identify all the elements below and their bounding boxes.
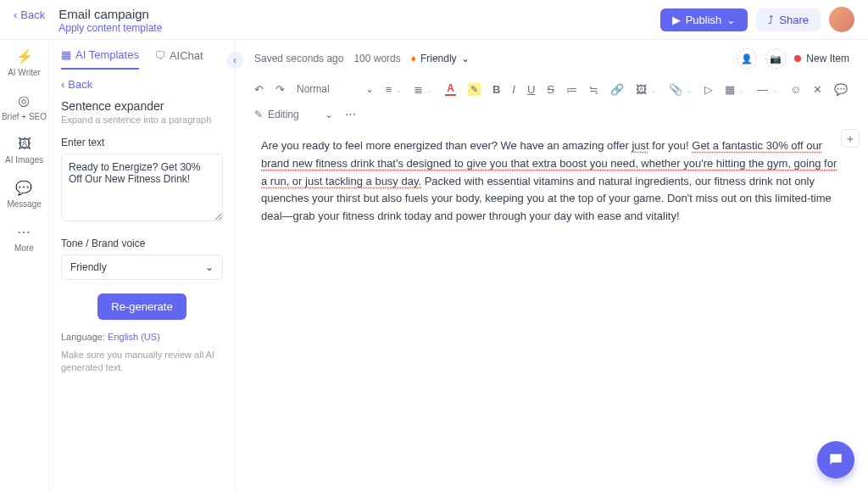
- regenerate-button[interactable]: Re-generate: [97, 294, 186, 320]
- rail-more[interactable]: ⋯ More: [14, 224, 34, 253]
- tab-ai-chat[interactable]: 🗨 AIChat: [154, 48, 203, 70]
- chevron-down-icon: ⌄: [365, 83, 374, 95]
- tab-ai-templates[interactable]: ▦ AI Templates: [61, 48, 139, 70]
- chevron-down-icon: ⌄: [325, 109, 333, 120]
- message-icon: 💬: [15, 180, 32, 196]
- chevron-down-icon: ⌄: [205, 261, 214, 273]
- bolt-icon: ⚡: [16, 48, 33, 64]
- tone-label: Tone / Brand voice: [61, 238, 223, 249]
- tone-value: Friendly: [70, 261, 107, 273]
- chevron-down-icon: ⌄: [726, 14, 736, 26]
- rail-label: Brief + SEO: [2, 112, 47, 121]
- language-prefix: Language:: [61, 332, 108, 342]
- help-chat-button[interactable]: [817, 441, 854, 478]
- emoji-button[interactable]: ☺: [790, 83, 801, 96]
- back-button[interactable]: ‹ Back: [14, 7, 45, 21]
- editor-content[interactable]: ＋ Are you ready to feel more energized t…: [236, 129, 868, 234]
- rail-label: AI Images: [5, 155, 43, 165]
- style-select[interactable]: Normal ⌄: [297, 83, 374, 95]
- word-count: 100 words: [353, 53, 400, 64]
- flame-icon: ♦: [411, 53, 416, 64]
- undo-button[interactable]: ↶: [254, 83, 264, 96]
- italic-button[interactable]: I: [512, 83, 515, 96]
- bulleted-list-button[interactable]: ≔: [566, 83, 577, 96]
- enter-text-label: Enter text: [61, 137, 223, 148]
- rail-ai-images[interactable]: 🖼 AI Images: [5, 137, 43, 165]
- panel-back-label: Back: [68, 78, 92, 91]
- underline-button[interactable]: U: [527, 83, 535, 96]
- numbered-list-button[interactable]: ≒: [589, 83, 598, 96]
- editor-toolbar: ↶ ↷ Normal ⌄ ≡⌄ ≣⌄ A ✎ B I U S ≔ ≒ 🔗 🖼⌄: [236, 77, 868, 129]
- chevron-down-icon: ⌄: [461, 53, 470, 64]
- bold-button[interactable]: B: [492, 83, 500, 96]
- template-title: Sentence expander: [61, 99, 223, 113]
- link-button[interactable]: 🔗: [610, 83, 624, 96]
- chevron-left-icon: ‹: [233, 54, 236, 66]
- body-text: for you!: [649, 139, 693, 152]
- highlight-button[interactable]: ✎: [468, 83, 481, 96]
- comment-button[interactable]: 💬: [834, 83, 848, 96]
- apply-template-link[interactable]: Apply content template: [58, 22, 162, 34]
- tone-value: Friendly: [420, 53, 457, 64]
- ellipsis-icon: ⋯: [17, 224, 31, 240]
- target-icon: ◎: [18, 92, 30, 109]
- add-date-button[interactable]: 📷: [765, 48, 786, 69]
- image-icon: 🖼: [18, 137, 31, 152]
- overflow-button[interactable]: ⋯: [345, 108, 356, 120]
- avatar[interactable]: [829, 7, 854, 32]
- disclaimer: Make sure you manually review all AI gen…: [61, 349, 223, 375]
- person-icon: 👤: [741, 53, 753, 64]
- camera-icon: 📷: [770, 53, 782, 64]
- rail-brief-seo[interactable]: ◎ Brief + SEO: [2, 92, 47, 121]
- publish-label: Publish: [686, 14, 722, 26]
- add-block-button[interactable]: ＋: [841, 129, 860, 148]
- rail-label: More: [14, 243, 34, 253]
- text-color-button[interactable]: A: [445, 82, 456, 96]
- status-label: New Item: [806, 53, 849, 64]
- tone-indicator[interactable]: ♦ Friendly ⌄: [411, 53, 470, 64]
- align-select[interactable]: ≡⌄: [386, 83, 403, 96]
- panel-collapse-button[interactable]: ‹: [226, 52, 243, 69]
- upload-icon: ⤴: [768, 14, 774, 26]
- redo-button[interactable]: ↷: [275, 83, 285, 96]
- back-label: Back: [20, 8, 45, 21]
- divider-button[interactable]: —⌄: [757, 83, 778, 96]
- table-button[interactable]: ▦⌄: [725, 83, 745, 96]
- share-label: Share: [779, 14, 809, 26]
- rail-label: AI Writer: [8, 68, 41, 77]
- template-desc: Expand a sentence into a paragraph: [61, 115, 223, 125]
- saved-status: Saved seconds ago: [254, 53, 343, 64]
- enter-text-input[interactable]: [61, 154, 223, 221]
- editor: Saved seconds ago 100 words ♦ Friendly ⌄…: [236, 40, 868, 492]
- image-insert-button[interactable]: 🖼⌄: [636, 83, 657, 96]
- mode-select[interactable]: ✎ Editing ⌄: [254, 109, 333, 120]
- panel-back-button[interactable]: ‹ Back: [61, 78, 223, 91]
- body-text: just: [632, 139, 648, 152]
- pencil-icon: ✎: [254, 109, 263, 120]
- style-value: Normal: [297, 83, 330, 95]
- rail-message[interactable]: 💬 Message: [7, 180, 42, 209]
- chat-bubble-icon: [827, 451, 844, 468]
- chevron-left-icon: ‹: [14, 8, 17, 21]
- video-button[interactable]: ▷: [704, 83, 713, 96]
- attachment-button[interactable]: 📎⌄: [669, 83, 693, 96]
- line-height-select[interactable]: ≣⌄: [414, 83, 433, 96]
- share-button[interactable]: ⤴ Share: [756, 8, 821, 31]
- clear-format-button[interactable]: ✕: [813, 83, 822, 96]
- topbar: ‹ Back Email campaign Apply content temp…: [0, 0, 868, 40]
- rail-ai-writer[interactable]: ⚡ AI Writer: [8, 48, 41, 77]
- rail-label: Message: [7, 199, 42, 209]
- chat-icon: 🗨: [154, 49, 165, 62]
- play-icon: ▶: [672, 14, 681, 26]
- tone-select[interactable]: Friendly ⌄: [61, 254, 223, 280]
- chevron-left-icon: ‹: [61, 78, 64, 91]
- tab-label: AIChat: [170, 49, 203, 62]
- status-pill[interactable]: New Item: [794, 53, 849, 64]
- publish-button[interactable]: ▶ Publish ⌄: [660, 8, 748, 31]
- rail: ⚡ AI Writer ◎ Brief + SEO 🖼 AI Images 💬 …: [0, 40, 49, 492]
- add-assignee-button[interactable]: 👤: [737, 48, 757, 69]
- tab-label: AI Templates: [75, 48, 139, 61]
- strike-button[interactable]: S: [547, 83, 554, 96]
- language-link[interactable]: English (US): [108, 332, 160, 342]
- ai-panel: ▦ AI Templates 🗨 AIChat ‹ ‹ Back Sentenc…: [49, 40, 236, 492]
